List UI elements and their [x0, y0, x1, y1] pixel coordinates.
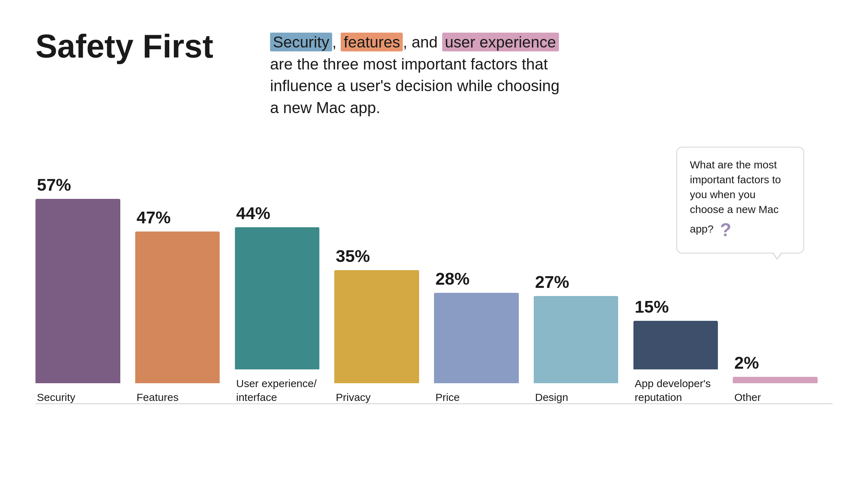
bar-label-price: Price — [434, 390, 460, 404]
header-section: Safety First Security, features, and use… — [35, 28, 833, 118]
bar-group-design: 27% Design — [534, 272, 633, 404]
bar-label-privacy: Privacy — [334, 390, 370, 404]
subtitle: Security, features, and user experience … — [270, 31, 560, 118]
bar-group-other: 2% Other — [733, 353, 833, 404]
highlight-ux: user experience — [442, 33, 559, 51]
highlight-features: features — [341, 33, 403, 51]
bar-label-security: Security — [35, 390, 75, 404]
page-title: Safety First — [35, 28, 213, 64]
highlight-security: Security — [270, 33, 332, 51]
bar-value-privacy: 35% — [334, 246, 370, 266]
bar-group-ux: 44% User experience/interface — [235, 203, 335, 404]
chart-container: What are the most important factors to y… — [35, 147, 833, 404]
bar-privacy — [334, 270, 419, 383]
bar-group-price: 28% Price — [434, 269, 534, 404]
bar-security — [35, 199, 120, 383]
bar-group-developer: 15% App developer'sreputation — [633, 297, 733, 404]
bar-value-features: 47% — [135, 208, 171, 227]
bar-features — [135, 231, 220, 383]
bar-value-design: 27% — [534, 272, 569, 292]
bar-label-design: Design — [534, 390, 568, 404]
bar-label-developer: App developer'sreputation — [633, 376, 711, 404]
bar-value-security: 57% — [35, 175, 71, 195]
bar-ux — [235, 227, 320, 369]
bar-price — [434, 293, 519, 383]
bar-value-ux: 44% — [235, 203, 270, 223]
bar-design — [534, 296, 619, 383]
bar-group-features: 47% Features — [135, 208, 235, 404]
bar-value-price: 28% — [434, 269, 469, 289]
bar-group-security: 57% Security — [35, 175, 135, 404]
bar-value-developer: 15% — [633, 297, 669, 317]
bar-other — [733, 377, 818, 383]
chart-area: 57% Security 47% Features 44% User exper… — [35, 147, 833, 404]
bar-developer — [633, 321, 718, 369]
page: Safety First Security, features, and use… — [0, 0, 868, 480]
bar-label-ux: User experience/interface — [235, 376, 317, 404]
bar-label-other: Other — [733, 390, 761, 404]
bar-value-other: 2% — [733, 353, 759, 373]
bar-group-privacy: 35% Privacy — [334, 246, 434, 404]
bar-label-features: Features — [135, 390, 178, 404]
